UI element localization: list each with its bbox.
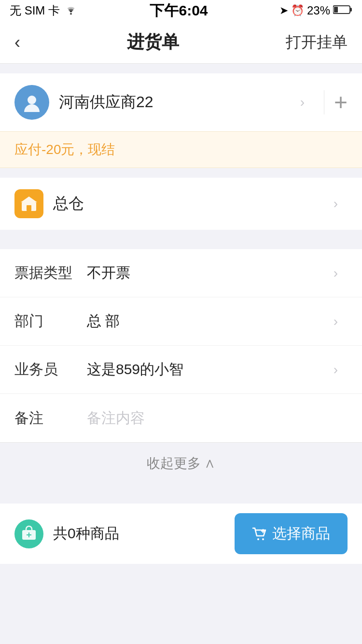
invoice-row[interactable]: 票据类型 不开票 › xyxy=(0,249,362,297)
time-label: 下午6:04 xyxy=(150,1,208,21)
section-gap-4 xyxy=(0,484,362,494)
collapse-bar[interactable]: 收起更多 ∧ xyxy=(0,442,362,484)
back-button[interactable]: ‹ xyxy=(14,32,20,53)
select-product-button[interactable]: 选择商品 xyxy=(235,513,348,554)
battery-icon xyxy=(333,4,352,17)
add-supplier-button[interactable]: + xyxy=(334,91,348,114)
supplier-name: 河南供应商22 xyxy=(59,92,300,113)
warehouse-icon xyxy=(14,189,43,218)
nav-bar: ‹ 进货单 打开挂单 xyxy=(0,21,362,64)
invoice-label: 票据类型 xyxy=(14,263,87,283)
wifi-icon xyxy=(64,4,78,17)
warehouse-chevron-icon: › xyxy=(334,196,338,211)
svg-rect-7 xyxy=(27,205,31,211)
salesman-row[interactable]: 业务员 这是859的小智 › xyxy=(0,346,362,394)
svg-point-12 xyxy=(262,538,264,540)
department-label: 部门 xyxy=(14,311,87,331)
form-section: 票据类型 不开票 › 部门 总 部 › 业务员 这是859的小智 › 备注 备注… xyxy=(0,249,362,442)
section-gap-2 xyxy=(0,168,362,178)
svg-rect-3 xyxy=(334,7,338,13)
page-title: 进货单 xyxy=(127,30,179,54)
status-left: 无 SIM 卡 xyxy=(10,3,78,18)
status-right: ➤ ⏰ 23% xyxy=(279,4,352,17)
salesman-label: 业务员 xyxy=(14,360,87,379)
svg-point-11 xyxy=(257,538,259,540)
cart-icon xyxy=(252,527,267,541)
svg-marker-6 xyxy=(21,196,37,202)
svg-rect-2 xyxy=(350,8,352,12)
supplier-row[interactable]: 河南供应商22 › + xyxy=(0,73,362,131)
salesman-value: 这是859的小智 xyxy=(87,360,334,379)
svg-point-4 xyxy=(28,96,36,104)
department-value: 总 部 xyxy=(87,311,334,331)
supplier-avatar xyxy=(14,85,49,120)
location-icon: ➤ xyxy=(279,4,288,17)
supplier-chevron-icon: › xyxy=(300,95,305,110)
status-bar: 无 SIM 卡 下午6:04 ➤ ⏰ 23% xyxy=(0,0,362,21)
supplier-section: 河南供应商22 › + 应付-20元，现结 xyxy=(0,73,362,168)
invoice-chevron-icon: › xyxy=(334,266,338,281)
bottom-bar: 共0种商品 选择商品 xyxy=(0,504,362,564)
department-row[interactable]: 部门 总 部 › xyxy=(0,297,362,346)
warehouse-name: 总仓 xyxy=(53,193,334,214)
gray-bg xyxy=(0,564,362,644)
remark-label: 备注 xyxy=(14,408,87,428)
battery-label: 23% xyxy=(307,4,330,17)
warehouse-section: 总仓 › xyxy=(0,178,362,230)
invoice-value: 不开票 xyxy=(87,263,334,283)
remark-input[interactable]: 备注内容 xyxy=(87,408,348,428)
open-pending-button[interactable]: 打开挂单 xyxy=(286,32,348,53)
collapse-label: 收起更多 ∧ xyxy=(147,456,216,471)
carrier-label: 无 SIM 卡 xyxy=(10,3,60,18)
section-gap-1 xyxy=(0,64,362,73)
vertical-divider xyxy=(324,90,324,114)
svg-point-0 xyxy=(70,13,72,14)
select-product-label: 选择商品 xyxy=(272,524,330,544)
notice-bar: 应付-20元，现结 xyxy=(0,131,362,168)
product-count: 共0种商品 xyxy=(53,524,235,544)
section-gap-3 xyxy=(0,230,362,239)
warehouse-row[interactable]: 总仓 › xyxy=(0,178,362,230)
notice-text: 应付-20元，现结 xyxy=(14,142,115,157)
alarm-icon: ⏰ xyxy=(291,4,304,17)
product-icon xyxy=(14,519,43,548)
salesman-chevron-icon: › xyxy=(334,362,338,378)
department-chevron-icon: › xyxy=(334,314,338,329)
remark-row[interactable]: 备注 备注内容 xyxy=(0,394,362,442)
